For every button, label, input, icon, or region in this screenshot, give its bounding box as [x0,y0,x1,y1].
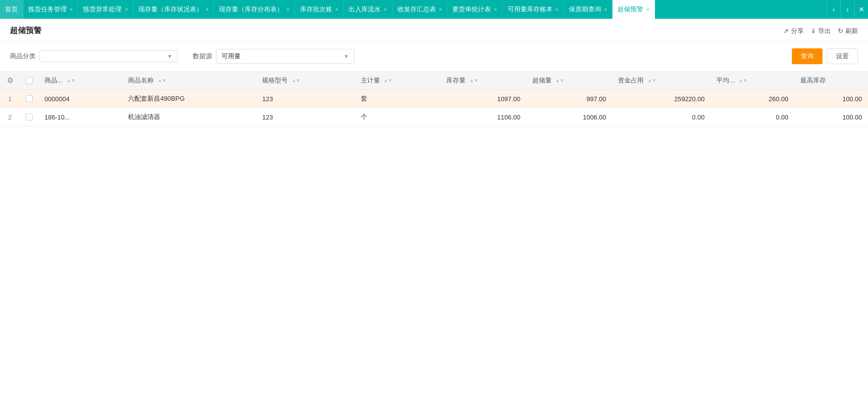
close-icon[interactable]: × [206,6,209,12]
chevron-down-icon: ▼ [344,53,349,59]
close-icon[interactable]: × [556,6,559,12]
datasource-value: 可用量 [221,52,241,61]
sort-icon: ▲▼ [384,79,392,83]
query-button[interactable]: 查询 [792,48,823,64]
export-icon: ⇓ [811,27,816,35]
row-stock: 1106.00 [440,108,526,126]
close-icon[interactable]: × [439,6,442,12]
row-unit: 套 [355,90,441,108]
filter-category: 商品分类 ▼ [10,50,178,62]
row-stock: 1097.00 [440,90,526,108]
row-index: 2 [0,108,20,126]
category-label: 商品分类 [10,52,36,61]
nav-close-button[interactable]: ✕ [854,0,868,19]
page-actions: ➚ 分享 ⇓ 导出 ↻ 刷新 [783,27,858,36]
row-checkbox-cell [20,90,39,108]
datasource-label: 数据源 [193,52,212,61]
page-content: 超储预警 ➚ 分享 ⇓ 导出 ↻ 刷新 商品分类 ▼ 数据源 [0,19,868,395]
gear-icon[interactable]: ⚙ [7,76,13,85]
close-icon[interactable]: × [494,6,497,12]
export-button[interactable]: ⇓ 导出 [811,27,831,36]
row-avg-cost: 260.00 [710,90,794,108]
refresh-icon: ↻ [838,27,843,35]
row-unit: 个 [355,108,441,126]
row-checkbox-cell [20,108,39,126]
share-button[interactable]: ➚ 分享 [783,27,804,36]
close-icon[interactable]: × [125,6,128,12]
sort-icon: ▲▼ [738,79,747,83]
nav-arrow-right[interactable]: › [840,0,854,19]
row-overstock: 1006.00 [526,108,612,126]
th-avg-cost[interactable]: 平均... ▲▼ [710,72,794,90]
filter-bar: 商品分类 ▼ 数据源 可用量 ▼ 查询 设置 [0,41,868,72]
close-icon[interactable]: × [70,6,73,12]
sort-icon: ▲▼ [470,79,478,83]
row-product-name: 六配套新昌490BPG [122,90,256,108]
sort-icon: ▲▼ [648,79,656,83]
row-capital-occupied: 0.00 [612,108,710,126]
nav-current-stock-status[interactable]: 现存量（库存状况表） × [133,0,214,19]
th-capital-occupied[interactable]: 资金占用 ▲▼ [612,72,710,90]
chevron-down-icon: ▼ [167,53,173,59]
nav-batch-account[interactable]: 库存批次账 × [295,0,344,19]
nav-home[interactable]: 首页 [0,0,23,19]
th-product-name[interactable]: 商品名称 ▲▼ [122,72,256,90]
filter-actions: 查询 设置 [792,48,858,64]
row-spec: 123 [256,108,354,126]
sort-icon: ▲▼ [66,79,75,83]
nav-available-stock-ledger[interactable]: 可用量库存账本 × [503,0,564,19]
close-icon[interactable]: × [384,6,387,12]
share-icon: ➚ [783,27,789,35]
table-header-row: ⚙ 商品... ▲▼ 商品名称 ▲▼ [0,72,868,90]
nav-arrow-left[interactable]: ‹ [826,0,840,19]
row-checkbox[interactable] [26,114,33,120]
settings-button[interactable]: 设置 [826,48,858,64]
nav-task-management[interactable]: 拣货任务管理 × [23,0,78,19]
table-row: 2 186-10... 机油滤清器 123 个 1106.00 1006.00 … [0,108,868,126]
table-row: 1 0000004 六配套新昌490BPG 123 套 1097.00 997.… [0,90,868,108]
row-avg-cost: 0.00 [710,108,794,126]
th-spec[interactable]: 规格型号 ▲▼ [256,72,354,90]
th-max-stock[interactable]: 最高库存 [794,72,868,90]
page-header: 超储预警 ➚ 分享 ⇓ 导出 ↻ 刷新 [0,19,868,41]
sort-icon: ▲▼ [555,79,564,83]
nav-abnormal-processing[interactable]: 拣货异常处理 × [78,0,133,19]
nav-requisition-stats[interactable]: 要货单统计表 × [447,0,502,19]
row-max-stock: 100.00 [794,90,868,108]
close-icon[interactable]: × [604,6,607,12]
close-icon[interactable]: × [335,6,338,12]
sort-icon: ▲▼ [292,79,301,83]
nav-shelf-life-query[interactable]: 保质期查询 × [564,0,612,19]
top-navigation: 首页 拣货任务管理 × 拣货异常处理 × 现存量（库存状况表） × 现存量（库存… [0,0,868,19]
table-container: ⚙ 商品... ▲▼ 商品名称 ▲▼ [0,72,868,126]
page-title: 超储预警 [10,26,42,36]
th-settings: ⚙ [0,72,20,90]
th-product-code[interactable]: 商品... ▲▼ [39,72,122,90]
sort-icon: ▲▼ [158,79,167,83]
th-unit[interactable]: 主计量 ▲▼ [355,72,441,90]
nav-overstock-warning[interactable]: 超储预警 × [612,0,654,19]
overstock-table: ⚙ 商品... ▲▼ 商品名称 ▲▼ [0,72,868,126]
th-checkbox [20,72,39,90]
close-icon[interactable]: × [646,6,649,12]
nav-inout-flow[interactable]: 出入库流水 × [344,0,392,19]
nav-arrow-controls: ‹ › ✕ [826,0,868,19]
datasource-select[interactable]: 可用量 ▼ [216,49,354,64]
row-overstock: 997.00 [526,90,612,108]
select-all-checkbox[interactable] [26,77,33,84]
filter-datasource: 数据源 可用量 ▼ [193,49,354,64]
category-select[interactable]: ▼ [40,50,178,62]
row-spec: 123 [256,90,354,108]
row-checkbox[interactable] [26,95,33,102]
row-product-code: 0000004 [39,90,122,108]
close-icon[interactable]: × [286,6,289,12]
row-max-stock: 100.00 [794,108,868,126]
refresh-button[interactable]: ↻ 刷新 [838,27,858,36]
th-stock[interactable]: 库存量 ▲▼ [440,72,526,90]
row-capital-occupied: 259220.00 [612,90,710,108]
nav-current-stock-distribution[interactable]: 现存量（库存分布表） × [214,0,295,19]
th-overstock[interactable]: 超储量 ▲▼ [526,72,612,90]
row-index: 1 [0,90,20,108]
row-product-name: 机油滤清器 [122,108,256,126]
nav-receive-send-summary[interactable]: 收发存汇总表 × [392,0,447,19]
